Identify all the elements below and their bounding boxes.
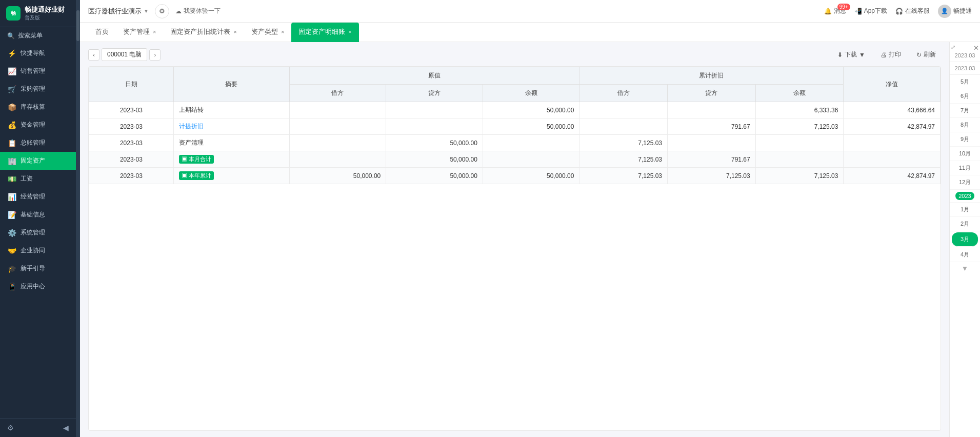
sidebar-item-enterprise[interactable]: 🤝 企业协同 [0, 242, 76, 260]
topbar-right: 🔔 消息 99+ 📲 App下载 🎧 在线客服 👤 畅捷通 [824, 5, 972, 18]
row-date: 2023-03 [89, 118, 174, 135]
date-item-11[interactable]: 11月 [950, 161, 980, 175]
expand-icon[interactable]: ⤢ [951, 44, 955, 51]
guide-icon: 🎓 [7, 265, 16, 273]
sidebar-item-quick-nav[interactable]: ⚡ 快捷导航 [0, 44, 76, 62]
asset-name-text: 电脑 [129, 51, 142, 58]
date-item-3-active[interactable]: 3月 [952, 232, 978, 247]
sidebar-scrollbar[interactable] [76, 0, 80, 437]
year-badge: 2023 [955, 192, 974, 200]
row-orig-balance: 50,000.00 [483, 168, 579, 184]
date-item-1[interactable]: 1月 [950, 203, 980, 217]
avatar: 👤 [938, 5, 951, 18]
date-item-2[interactable]: 2月 [950, 217, 980, 231]
sidebar-item-ledger[interactable]: 📋 总账管理 [0, 134, 76, 152]
asset-code-label: 000001 电脑 [102, 48, 147, 61]
bell-icon: 🔔 [824, 8, 832, 15]
sidebar-item-search[interactable]: 🔍 搜索菜单 [0, 27, 76, 44]
sidebar-item-purchase[interactable]: 🛒 采购管理 [0, 80, 76, 98]
date-item-5[interactable]: 5月 [950, 75, 980, 89]
prev-asset-button[interactable]: ‹ [88, 49, 99, 61]
notification-badge: 99+ [837, 4, 850, 10]
header-date: 日期 [89, 67, 174, 102]
row-net-value [844, 151, 941, 168]
row-accum-balance: 7,125.03 [755, 168, 844, 184]
row-summary: 资产清理 [173, 135, 289, 151]
sidebar-item-label: 固定资产 [21, 156, 45, 165]
date-item-8[interactable]: 8月 [950, 118, 980, 132]
download-arrow-icon: ▼ [859, 51, 865, 58]
row-orig-balance: 50,000.00 [483, 118, 579, 135]
fixed-assets-icon: 🏢 [7, 157, 16, 165]
tab-asset-mgmt-close[interactable]: × [153, 29, 156, 35]
date-item-7[interactable]: 7月 [950, 104, 980, 118]
tab-depreciation-close[interactable]: × [233, 29, 236, 35]
refresh-button[interactable]: ↻ 刷新 [911, 48, 941, 61]
tab-asset-mgmt[interactable]: 资产管理 × [116, 23, 163, 42]
yearly-badge: ▣ 本年累计 [179, 171, 214, 180]
header-accum-balance: 余额 [755, 85, 844, 102]
row-net-value [844, 135, 941, 151]
row-summary[interactable]: 计提折旧 [173, 118, 289, 135]
table-row-monthly-total: 2023-03 ▣ 本月合计 50,000.00 7,125.03 791.67 [89, 151, 941, 168]
sidebar-bottom: ⚙ ◀ [0, 418, 76, 437]
content-area: ‹ 000001 电脑 › ⬇ 下载 ▼ 🖨 [80, 42, 980, 437]
sidebar-item-label: 经营管理 [21, 192, 45, 201]
download-label: App下载 [864, 7, 887, 15]
sidebar-item-sales[interactable]: 📈 销售管理 [0, 62, 76, 80]
sidebar-item-basic-info[interactable]: 📝 基础信息 [0, 206, 76, 224]
tab-asset-type[interactable]: 资产类型 × [244, 23, 291, 42]
sidebar-item-app-center[interactable]: 📱 应用中心 [0, 277, 76, 295]
customer-service-button[interactable]: 🎧 在线客服 [895, 7, 930, 15]
company-selector[interactable]: 医疗器械行业演示 ▼ [88, 7, 149, 16]
date-item-12[interactable]: 12月 [950, 175, 980, 190]
print-button[interactable]: 🖨 打印 [875, 48, 906, 61]
tab-asset-detail-close[interactable]: × [348, 29, 351, 35]
tab-asset-detail[interactable]: 固定资产明细账 × [291, 23, 358, 42]
date-panel: ⤢ ✕ 2023.03 2023.03 5月 6月 7月 8月 9月 10月 1… [949, 42, 980, 437]
date-item-4[interactable]: 4月 [950, 248, 980, 262]
logo-name: 畅捷通好业财 [25, 5, 65, 14]
download-button[interactable]: ⬇ 下载 ▼ [832, 48, 870, 61]
row-accum-credit [668, 102, 756, 118]
user-menu[interactable]: 👤 畅捷通 [938, 5, 972, 18]
sidebar-item-operations[interactable]: 📊 经营管理 [0, 188, 76, 206]
ledger-icon: 📋 [7, 139, 16, 147]
sidebar-item-capital[interactable]: 💰 资金管理 [0, 116, 76, 134]
row-orig-balance [483, 135, 579, 151]
tabbar: 首页 资产管理 × 固定资产折旧统计表 × 资产类型 × 固定资产明细账 × [80, 23, 980, 42]
date-item-9[interactable]: 9月 [950, 132, 980, 147]
sidebar-item-guide[interactable]: 🎓 新手引导 [0, 260, 76, 277]
sidebar-item-system[interactable]: ⚙️ 系统管理 [0, 224, 76, 242]
notifications-button[interactable]: 🔔 消息 99+ [824, 7, 846, 15]
app-download-button[interactable]: 📲 App下载 [854, 7, 887, 15]
sidebar-item-salary[interactable]: 💵 工资 [0, 170, 76, 188]
date-item-10[interactable]: 10月 [950, 147, 980, 161]
enterprise-icon: 🤝 [7, 247, 16, 255]
tab-asset-type-close[interactable]: × [281, 29, 284, 35]
settings-icon[interactable]: ⚙ [7, 424, 14, 432]
sidebar: 畅 畅捷通好业财 普及版 🔍 搜索菜单 ⚡ 快捷导航 📈 销售管理 🛒 采购管理… [0, 0, 76, 437]
year-2023-badge-row: 2023 [950, 190, 980, 203]
basic-info-icon: 📝 [7, 211, 16, 219]
sidebar-item-fixed-assets[interactable]: 🏢 固定资产 [0, 152, 76, 170]
row-accum-credit: 7,125.03 [668, 168, 756, 184]
experience-button[interactable]: ☁ 我要体验一下 [175, 7, 221, 15]
download-label: 下载 [845, 50, 857, 59]
collapse-icon[interactable]: ◀ [63, 424, 69, 432]
topbar-settings-button[interactable]: ⚙ [155, 4, 169, 18]
tab-depreciation-stats[interactable]: 固定资产折旧统计表 × [163, 23, 244, 42]
search-icon: 🔍 [7, 32, 15, 39]
sidebar-item-inventory[interactable]: 📦 库存核算 [0, 98, 76, 116]
date-nav-down[interactable]: ▼ [950, 262, 980, 274]
sales-icon: 📈 [7, 67, 16, 75]
date-item-6[interactable]: 6月 [950, 89, 980, 104]
close-icon[interactable]: ✕ [973, 44, 979, 52]
row-summary: ▣ 本月合计 [173, 151, 289, 168]
next-asset-button[interactable]: › [149, 49, 161, 61]
row-accum-debit: 7,125.03 [579, 151, 668, 168]
sidebar-item-label: 总账管理 [21, 138, 45, 147]
row-orig-debit [289, 118, 386, 135]
row-date: 2023-03 [89, 102, 174, 118]
tab-home[interactable]: 首页 [88, 23, 116, 42]
